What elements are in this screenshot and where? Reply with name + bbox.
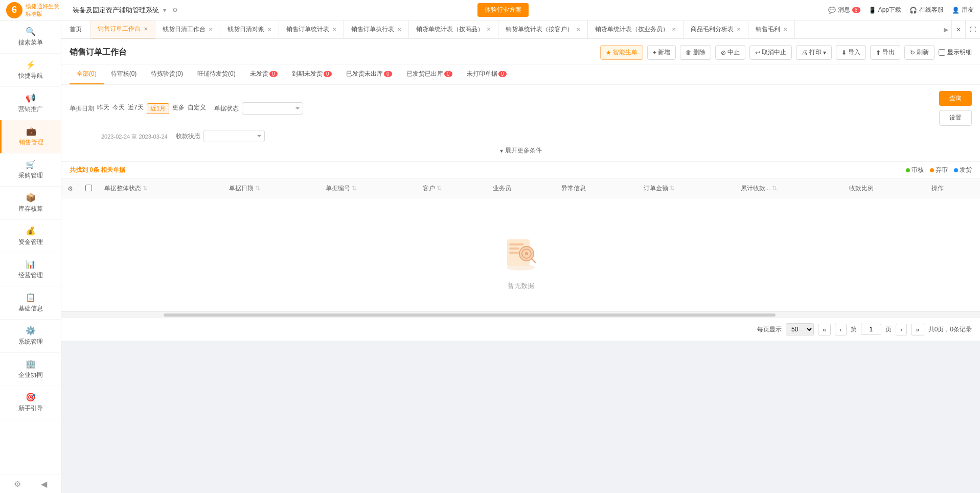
sidebar-item-sys-mgmt[interactable]: ⚙️ 系统管理: [0, 320, 61, 353]
dropdown-arrow-icon[interactable]: ▾: [163, 7, 166, 14]
headset-icon: 🎧: [909, 7, 917, 14]
settings-icon[interactable]: ⚙: [172, 7, 178, 14]
data-table: ⚙ 单据整体状态⇅ 单据日期⇅ 单据编号⇅ 客户⇅ 业务员 异常信息 订单金额: [61, 179, 980, 311]
show-detail-checkbox[interactable]: [939, 49, 945, 56]
query-btn[interactable]: 查询: [939, 91, 972, 106]
tab-sales-more[interactable]: 销售毛利 ✕: [748, 20, 795, 39]
add-btn[interactable]: + 新增: [647, 45, 676, 60]
tab-close-icon[interactable]: ✕: [397, 27, 401, 32]
sidebar-item-label: 新手引导: [18, 404, 43, 413]
subtab-shipped-out[interactable]: 已发货已出库0: [399, 64, 460, 84]
shipped-not-out-badge: 0: [384, 71, 392, 77]
subtab-pending-review[interactable]: 待审核(0): [104, 64, 144, 84]
sidebar-settings-icon[interactable]: ⚙: [14, 479, 21, 489]
svg-point-8: [525, 252, 528, 255]
subtab-all[interactable]: 全部(0): [70, 64, 104, 84]
horizontal-scrollbar[interactable]: [61, 311, 980, 318]
tab-cash-reconcile[interactable]: 钱货日清对账 ✕: [220, 20, 279, 39]
subtab-not-shipped[interactable]: 未发货0: [243, 64, 285, 84]
tab-maximize-btn[interactable]: ⛶: [965, 20, 980, 39]
table-scroll-area[interactable]: ⚙ 单据整体状态⇅ 单据日期⇅ 单据编号⇅ 客户⇅ 业务员 异常信息 订单金额: [61, 179, 980, 311]
plus-icon: +: [653, 49, 656, 56]
export-btn[interactable]: ⬆ 导出: [870, 45, 900, 60]
ship-action[interactable]: 发货: [954, 166, 972, 174]
col-number: 单据编号⇅: [320, 179, 417, 198]
show-detail-label[interactable]: 显示明细: [939, 48, 972, 57]
sidebar-item-finance[interactable]: 💰 资金管理: [0, 220, 61, 253]
subtab-shipped-not-out[interactable]: 已发货未出库0: [339, 64, 399, 84]
tab-home[interactable]: 首页: [61, 20, 90, 39]
sidebar-item-inventory[interactable]: 📦 库存核算: [0, 187, 61, 220]
tab-close-icon[interactable]: ✕: [144, 26, 148, 32]
review-action[interactable]: 审核: [906, 166, 924, 174]
status-select[interactable]: [242, 102, 303, 115]
date-custom[interactable]: 自定义: [188, 103, 206, 114]
tab-close-icon[interactable]: ✕: [783, 27, 787, 32]
tab-close-icon[interactable]: ✕: [209, 27, 213, 32]
industry-btn[interactable]: 体验行业方案: [477, 3, 529, 17]
unreview-action[interactable]: 弃审: [930, 166, 948, 174]
tab-sales-stat-customer[interactable]: 销货单统计表（按客户） ✕: [498, 20, 588, 39]
sidebar-collapse-icon[interactable]: ◀: [41, 479, 47, 489]
user-avatar-btn[interactable]: 👤 用友: [952, 6, 974, 14]
app-download-btn[interactable]: 📱 App下载: [869, 6, 901, 14]
sidebar-item-sales[interactable]: 💼 销售管理: [0, 120, 61, 153]
subtab-pending-inspect[interactable]: 待拣验货(0): [144, 64, 190, 84]
tab-close-icon[interactable]: ✕: [737, 27, 741, 32]
select-all-checkbox[interactable]: [85, 185, 92, 191]
sidebar-item-search[interactable]: 🔍 搜索菜单: [0, 20, 61, 54]
expand-btn[interactable]: ▾ 展开更多条件: [500, 146, 542, 155]
print-btn[interactable]: 🖨 打印 ▾: [796, 45, 832, 60]
import-btn[interactable]: ⬇ 导入: [836, 45, 866, 60]
date-more[interactable]: 更多: [172, 103, 185, 114]
green-dot-icon: [906, 168, 910, 172]
date-1month[interactable]: 近1月: [147, 103, 170, 114]
setting-btn[interactable]: 设置: [939, 110, 972, 126]
dropdown-arrow-icon: ▾: [823, 49, 826, 56]
next-page-btn[interactable]: ›: [896, 324, 907, 335]
receipt-select[interactable]: [203, 130, 265, 142]
tab-close-icon[interactable]: ✕: [332, 27, 336, 32]
tab-close-icon[interactable]: ✕: [672, 27, 676, 32]
col-settings[interactable]: ⚙: [61, 179, 79, 198]
messages-btn[interactable]: 💬 消息 6: [828, 6, 860, 14]
page-input[interactable]: [861, 324, 881, 335]
sidebar-item-purchase[interactable]: 🛒 采购管理: [0, 153, 61, 187]
stop-btn[interactable]: ⊘ 中止: [715, 45, 745, 60]
delete-btn[interactable]: 🗑 删除: [680, 45, 711, 60]
sidebar-item-enterprise[interactable]: 🏢 企业协同: [0, 353, 61, 386]
tab-close-icon[interactable]: ✕: [576, 27, 580, 32]
sidebar-item-quick-nav[interactable]: ⚡ 快捷导航: [0, 54, 61, 87]
tab-sales-stat-product[interactable]: 销货单统计表（按商品） ✕: [409, 20, 498, 39]
tab-close-all-btn[interactable]: ✕: [951, 20, 965, 39]
col-checkbox[interactable]: [79, 179, 98, 198]
tab-sales-order-stat[interactable]: 销售订单统计表 ✕: [279, 20, 344, 39]
svg-rect-3: [509, 248, 519, 250]
smart-gen-btn[interactable]: ★ 智能生单: [600, 45, 643, 60]
last-page-btn[interactable]: »: [911, 324, 924, 335]
online-service-btn[interactable]: 🎧 在线客服: [909, 6, 944, 14]
tab-close-icon[interactable]: ✕: [487, 27, 491, 32]
tab-product-margin[interactable]: 商品毛利分析表 ✕: [683, 20, 748, 39]
tab-sales-order-exec[interactable]: 销售订单执行表 ✕: [344, 20, 409, 39]
first-page-btn[interactable]: «: [818, 324, 831, 335]
subtab-wangpu-ship[interactable]: 旺铺待发货(0): [190, 64, 243, 84]
sidebar-item-base-info[interactable]: 📋 基础信息: [0, 286, 61, 320]
subtab-not-printed[interactable]: 未打印单据0: [460, 64, 514, 84]
sidebar-item-operations[interactable]: 📊 经营管理: [0, 253, 61, 286]
date-today[interactable]: 今天: [112, 103, 125, 114]
tab-close-icon[interactable]: ✕: [267, 27, 271, 32]
tab-cash-daily[interactable]: 钱货日清工作台 ✕: [155, 20, 220, 39]
tab-sales-order-desk[interactable]: 销售订单工作台 ✕: [90, 20, 155, 39]
sidebar-item-newcomer[interactable]: 🎯 新手引导: [0, 386, 61, 419]
subtab-overdue-ship[interactable]: 到期未发货0: [285, 64, 339, 84]
page-size-select[interactable]: 50 10 20 100: [786, 323, 814, 335]
cancel-stop-btn[interactable]: ↩ 取消中止: [749, 45, 792, 60]
date-yesterday[interactable]: 昨天: [97, 103, 109, 114]
tab-scroll-right-btn[interactable]: ▶: [941, 26, 951, 33]
date-7days[interactable]: 近7天: [128, 103, 144, 114]
sidebar-item-marketing[interactable]: 📢 营销推广: [0, 87, 61, 120]
tab-sales-stat-staff[interactable]: 销货单统计表（按业务员） ✕: [588, 20, 683, 39]
prev-page-btn[interactable]: ‹: [835, 324, 846, 335]
refresh-btn[interactable]: ↻ 刷新: [904, 45, 935, 60]
